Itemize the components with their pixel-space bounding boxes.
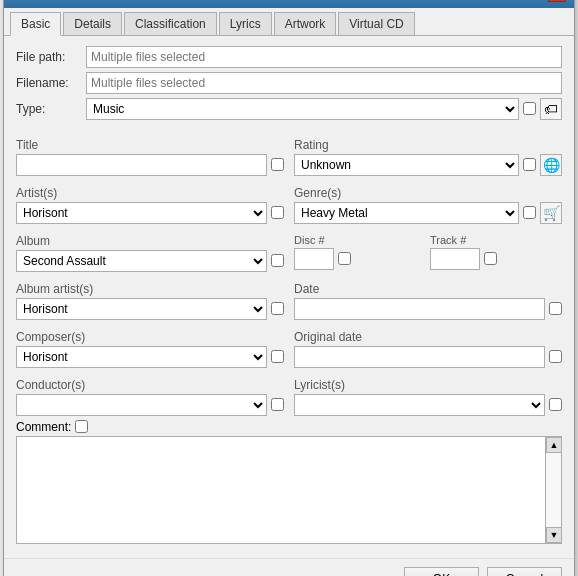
albumartist-date-row: Album artist(s) Horisont Date 24-Apr-12 [16,276,562,320]
comment-checkbox[interactable] [75,420,88,433]
date-section: Date 24-Apr-12 [294,276,562,320]
composer-select[interactable]: Horisont [16,346,267,368]
scroll-track[interactable] [546,453,561,527]
genre-label: Genre(s) [294,186,562,200]
lyricist-checkbox[interactable] [549,398,562,411]
close-button[interactable]: ✕ [548,0,566,2]
type-select[interactable]: Music [86,98,519,120]
composer-checkbox[interactable] [271,350,284,363]
scroll-down-arrow[interactable]: ▼ [546,527,562,543]
rating-select[interactable]: Unknown [294,154,519,176]
title-label: Title [16,138,284,152]
filename-input[interactable] [86,72,562,94]
type-row: Type: Music 🏷 [16,98,562,120]
scroll-up-arrow[interactable]: ▲ [546,437,562,453]
comment-textarea[interactable] [17,437,545,543]
genre-section: Genre(s) Heavy Metal 🛒 [294,180,562,224]
origdate-section: Original date [294,324,562,368]
albumartist-label: Album artist(s) [16,282,284,296]
lyricist-section: Lyricist(s) [294,372,562,416]
artist-select[interactable]: Horisont [16,202,267,224]
basic-tab-content: File path: Filename: Type: Music 🏷 Title [4,36,574,554]
album-disc-row: Album Second Assault Disc # [16,228,562,272]
artist-label: Artist(s) [16,186,284,200]
origdate-checkbox[interactable] [549,350,562,363]
album-select[interactable]: Second Assault [16,250,267,272]
artist-checkbox[interactable] [271,206,284,219]
tab-classification[interactable]: Classification [124,12,217,35]
filepath-input[interactable] [86,46,562,68]
disc-label: Disc # [294,234,426,246]
conductor-checkbox[interactable] [271,398,284,411]
comment-container: ▲ ▼ [16,436,562,544]
album-checkbox[interactable] [271,254,284,267]
tab-details[interactable]: Details [63,12,122,35]
title-checkbox[interactable] [271,158,284,171]
genre-icon-button[interactable]: 🛒 [540,202,562,224]
rating-label: Rating [294,138,562,152]
button-bar: OK Cancel [4,558,574,577]
type-checkbox[interactable] [523,102,536,115]
comment-scrollbar[interactable]: ▲ ▼ [545,437,561,543]
albumartist-section: Album artist(s) Horisont [16,276,284,320]
title-input[interactable] [16,154,267,176]
conductor-select[interactable] [16,394,267,416]
cancel-button[interactable]: Cancel [487,567,562,577]
ok-button[interactable]: OK [404,567,479,577]
tab-bar: Basic Details Classification Lyrics Artw… [4,8,574,36]
track-checkbox[interactable] [484,252,497,265]
composer-section: Composer(s) Horisont [16,324,284,368]
rating-section: Rating Unknown 🌐 [294,132,562,176]
origdate-label: Original date [294,330,562,344]
date-input[interactable]: 24-Apr-12 [294,298,545,320]
lyricist-label: Lyricist(s) [294,378,562,392]
date-label: Date [294,282,562,296]
comment-header-row: Comment: [16,420,562,434]
albumartist-checkbox[interactable] [271,302,284,315]
disc-input[interactable] [294,248,334,270]
rating-checkbox[interactable] [523,158,536,171]
filepath-label: File path: [16,50,86,64]
disc-checkbox[interactable] [338,252,351,265]
conductor-lyricist-row: Conductor(s) Lyricist(s) [16,372,562,416]
albumartist-select[interactable]: Horisont [16,298,267,320]
tab-artwork[interactable]: Artwork [274,12,337,35]
tab-virtualcd[interactable]: Virtual CD [338,12,414,35]
filepath-row: File path: [16,46,562,68]
artist-genre-row: Artist(s) Horisont Genre(s) Heavy Metal … [16,180,562,224]
disc-track-section: Disc # Track # [294,228,562,272]
title-section: Title [16,132,284,176]
conductor-label: Conductor(s) [16,378,284,392]
tab-lyrics[interactable]: Lyrics [219,12,272,35]
album-label: Album [16,234,284,248]
type-icon-button[interactable]: 🏷 [540,98,562,120]
filename-row: Filename: [16,72,562,94]
tab-basic[interactable]: Basic [10,12,61,36]
dialog: Edit Properties for multiple files ✕ Bas… [3,0,575,576]
genre-select[interactable]: Heavy Metal [294,202,519,224]
type-label: Type: [16,102,86,116]
album-section: Album Second Assault [16,228,284,272]
date-checkbox[interactable] [549,302,562,315]
composer-label: Composer(s) [16,330,284,344]
track-label: Track # [430,234,562,246]
rating-icon-button[interactable]: 🌐 [540,154,562,176]
filename-label: Filename: [16,76,86,90]
composer-origdate-row: Composer(s) Horisont Original date [16,324,562,368]
title-bar: Edit Properties for multiple files ✕ [4,0,574,8]
comment-label: Comment: [16,420,71,434]
artist-section: Artist(s) Horisont [16,180,284,224]
title-rating-row: Title Rating Unknown 🌐 [16,132,562,176]
conductor-section: Conductor(s) [16,372,284,416]
genre-checkbox[interactable] [523,206,536,219]
lyricist-select[interactable] [294,394,545,416]
origdate-input[interactable] [294,346,545,368]
track-input[interactable] [430,248,480,270]
